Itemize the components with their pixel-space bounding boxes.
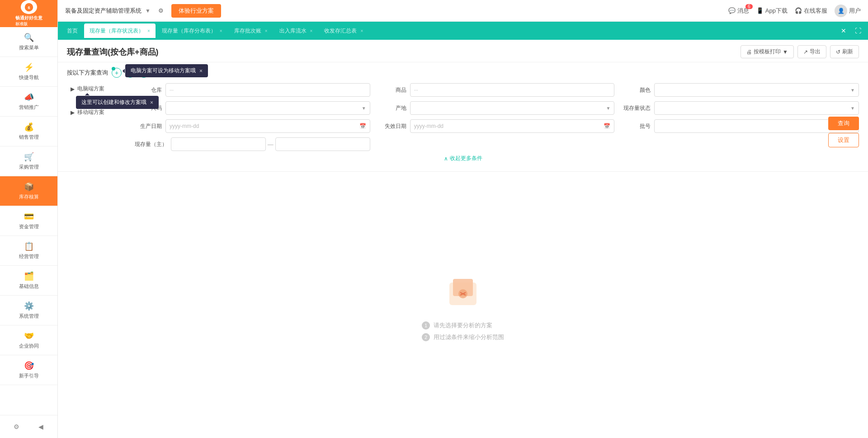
warehouse-select[interactable]: ··· [165,83,370,97]
sidebar-label-search: 搜索菜单 [19,44,39,51]
sidebar-item-marketing[interactable]: 📣 营销推广 [0,87,57,117]
tab-home[interactable]: 首页 [61,24,83,38]
scheme-label-pc: 电脑端方案 [77,85,104,93]
sidebar-item-quicknav[interactable]: ⚡ 快捷导航 [0,57,57,87]
sidebar-label-collab: 企业协同 [19,343,39,349]
sidebar-item-finance[interactable]: 💳 资金管理 [0,206,57,236]
tab-stock-dist[interactable]: 现存量（库存分布表） × [156,24,228,38]
sidebar-bottom: ⚙ ◀ [0,415,57,438]
color-select[interactable]: ▼ [654,83,859,97]
refresh-icon: ↺ [836,49,840,55]
user-menu-button[interactable]: 👤 用户 [835,5,861,17]
warehouse-label: 仓库 [135,86,162,94]
app-download-button[interactable]: 📱 App下载 [756,7,788,15]
settings-gear-button[interactable]: ⚙ [154,4,168,18]
tab-bar: 首页 现存量（库存状况表） × 现存量（库存分布表） × 库存批次账 × 出入库… [58,22,868,40]
exp-date-field: 失效日期 yyyy-mm-dd 📅 [379,119,615,133]
color-field: 颜色 ▼ [623,83,859,97]
exp-date-calendar-icon: 📅 [604,123,610,129]
print-icon: 🖨 [746,49,752,55]
tab-stock-dist-label: 现存量（库存分布表） [162,27,216,35]
sidebar-label-operations: 经营管理 [19,253,39,260]
system-dropdown-button[interactable]: ▼ [145,8,151,14]
guide-icon: 🎯 [24,361,34,371]
sidebar-item-purchase[interactable]: 🛒 采购管理 [0,146,57,176]
online-support-button[interactable]: 🎧 在线客服 [795,7,827,15]
refresh-button[interactable]: ↺ 刷新 [830,45,859,58]
tab-summary-label: 收发存汇总表 [324,27,357,35]
empty-icon [440,269,486,314]
query-button[interactable]: 查询 [828,117,859,130]
system-icon: ⚙️ [24,301,34,311]
origin-select[interactable]: ▼ [410,101,615,115]
user-avatar: 👤 [835,5,847,17]
stock-main-max-input[interactable] [275,137,370,151]
stock-status-select[interactable]: ▼ [654,101,859,115]
stock-main-range: — [171,137,370,151]
hint-num-1: 1 [422,321,430,330]
tab-stock-status-label: 现存量（库存状况表） [90,27,144,35]
goods-field: 商品 ··· [379,83,615,97]
sidebar-label-purchase: 采购管理 [19,164,39,170]
scheme-panel: ▶ 电脑端方案 按周品 ▶ 移动端方案 [67,83,135,151]
tab-summary-close[interactable]: × [360,28,363,33]
content-area: 现存量查询(按仓库+商品) 🖨 按模板打印 ▼ ↗ 导出 ↺ 刷新 [58,40,868,438]
sidebar-item-basic[interactable]: 🗂️ 基础信息 [0,266,57,296]
filter-row-1: 仓库 ··· 商品 ··· 颜色 [135,83,859,97]
empty-hint-2: 2 用过滤条件来缩小分析范围 [422,333,504,341]
tab-summary[interactable]: 收发存汇总表 × [319,24,368,38]
sidebar-item-collab[interactable]: 🤝 企业协同 [0,325,57,355]
inventory-icon: 📦 [24,182,34,192]
sidebar-item-system[interactable]: ⚙️ 系统管理 [0,296,57,325]
tab-fullscreen-button[interactable]: ⛶ [852,24,864,37]
settings-button[interactable]: ⚙ [10,420,24,433]
collapse-sidebar-button[interactable]: ◀ [34,420,47,433]
exp-date-input[interactable]: yyyy-mm-dd 📅 [410,119,615,133]
tab-batch-close[interactable]: × [265,28,268,33]
print-dropdown-icon: ▼ [783,49,788,55]
scheme-item-pc[interactable]: ▶ 电脑端方案 [67,83,135,94]
message-button[interactable]: 💬 消息 6 [728,7,749,15]
sidebar-item-sales[interactable]: 💰 销售管理 [0,117,57,146]
size-select[interactable]: ▼ [165,101,370,115]
sidebar-item-inventory[interactable]: 📦 库存核算 [0,176,57,206]
tab-home-label: 首页 [67,27,78,35]
sidebar-item-guide[interactable]: 🎯 新手引导 [0,355,57,385]
tab-stock-status[interactable]: 现存量（库存状况表） × [84,24,156,38]
message-badge: 6 [745,4,753,9]
scheme-arrow-pc: ▶ [71,86,75,92]
create-scheme-tooltip: 这里可以创建和修改方案哦 × [76,96,159,109]
app-logo: 6 畅通好好生意 标准版 [0,0,57,27]
create-tooltip-close[interactable]: × [150,99,153,106]
add-scheme-tooltip: 电脑方案可设为移动方案哦 × [125,64,208,77]
tab-inout-flow-close[interactable]: × [310,28,313,33]
filter-header-label: 按以下方案查询 [67,69,108,77]
batch-field: 批号 [623,119,859,133]
add-tooltip-close[interactable]: × [199,68,203,74]
filter-header: 按以下方案查询 + 电脑方案可设为移动方案哦 × ✏ ← [67,68,859,78]
tab-stock-status-close[interactable]: × [147,28,150,33]
print-template-button[interactable]: 🖨 按模板打印 ▼ [741,45,794,58]
collapse-filter-button[interactable]: ∧ 收起更多条件 [67,151,859,166]
sidebar-item-operations[interactable]: 📋 经营管理 [0,236,57,266]
filter-fields: 仓库 ··· 商品 ··· 颜色 [135,83,859,151]
tab-close-all-button[interactable]: ✕ [837,24,850,37]
prod-date-input[interactable]: yyyy-mm-dd 📅 [165,119,370,133]
size-field: 尺码 ▼ [135,101,370,115]
marketing-icon: 📣 [24,92,34,102]
stock-status-select-arrow: ▼ [850,106,855,111]
reset-button[interactable]: 设置 [828,133,859,147]
scheme-label-mobile: 移动端方案 [77,108,104,116]
stock-main-min-input[interactable] [171,137,266,151]
page-header: 现存量查询(按仓库+商品) 🖨 按模板打印 ▼ ↗ 导出 ↺ 刷新 [58,40,868,62]
tab-inout-flow[interactable]: 出入库流水 × [274,24,318,38]
try-industry-button[interactable]: 体验行业方案 [171,4,221,18]
export-button[interactable]: ↗ 导出 [797,45,826,58]
filter-row-3: 生产日期 yyyy-mm-dd 📅 失效日期 yyyy-mm-dd 📅 [135,119,859,133]
sidebar-item-search[interactable]: 🔍 搜索菜单 [0,27,57,57]
goods-select[interactable]: ··· [410,83,615,97]
warehouse-dots: ··· [170,87,174,93]
sidebar-label-basic: 基础信息 [19,283,39,290]
tab-stock-dist-close[interactable]: × [220,28,222,33]
tab-batch[interactable]: 库存批次账 × [229,24,273,38]
